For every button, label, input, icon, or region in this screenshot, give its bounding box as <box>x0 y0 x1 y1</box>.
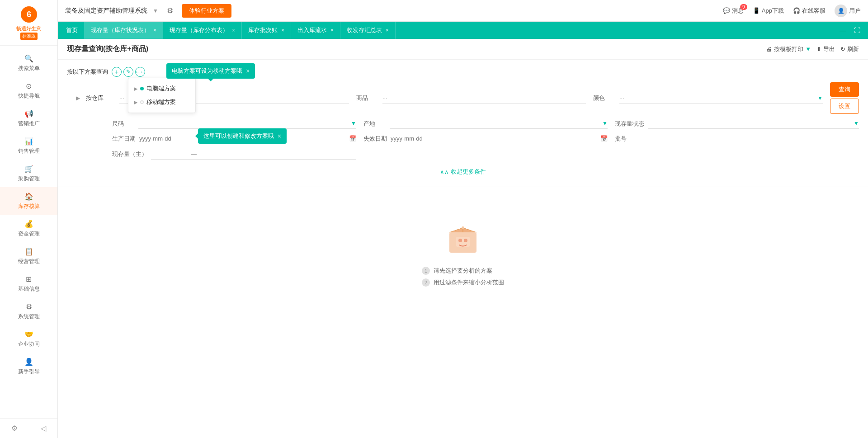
edit-scheme-btn[interactable]: ✎ <box>123 67 133 77</box>
reset-button[interactable]: 设置 <box>830 99 859 114</box>
inventory-icon: 🏠 <box>24 192 33 201</box>
operation-icon: 📋 <box>24 247 33 256</box>
trial-button[interactable]: 体验行业方案 <box>182 4 231 18</box>
tooltip1-close[interactable]: × <box>246 67 250 75</box>
sidebar-item-system[interactable]: ⚙ 系统管理 <box>0 297 57 325</box>
svg-point-7 <box>464 239 467 242</box>
sidebar-item-search[interactable]: 🔍 搜索菜单 <box>0 49 57 77</box>
system-icon: ⚙ <box>24 302 33 311</box>
sidebar-item-guide[interactable]: 👤 新手引导 <box>0 353 57 380</box>
scheme-mobile-label: 移动端方案 <box>146 98 176 106</box>
empty-tip-1: 1 请先选择要分析的方案 <box>422 267 504 275</box>
export-action[interactable]: ⬆ 导出 <box>816 45 835 53</box>
color-dropdown[interactable]: ▼ <box>817 95 823 101</box>
app-download-label: App下载 <box>762 7 784 15</box>
compass-icon: ⊙ <box>24 81 33 90</box>
page-title: 现存量查询(按仓库+商品) <box>67 44 148 54</box>
tab-collect-send-close[interactable]: × <box>386 27 389 33</box>
sidebar-nav: 🔍 搜索菜单 ⊙ 快捷导航 📢 营销推广 📊 销售管理 🛒 采购管理 🏠 库存核… <box>0 46 57 418</box>
add-scheme-btn[interactable]: + <box>112 67 122 77</box>
sidebar-item-operation[interactable]: 📋 经营管理 <box>0 242 57 270</box>
scheme-desktop-expand: ▶ <box>134 86 137 92</box>
collapse-sidebar-btn[interactable]: ◁ <box>41 424 46 433</box>
tab-collect-send[interactable]: 收发存汇总表 × <box>340 22 396 39</box>
online-support-action[interactable]: 🎧 在线客服 <box>793 7 826 15</box>
tab-maximize-btn[interactable]: ⛶ <box>852 25 863 36</box>
user-action[interactable]: 👤 用户 <box>835 5 861 17</box>
tooltip-scheme-mobile: 电脑方案可设为移动方案哦 × <box>166 63 255 79</box>
tip-num-1: 1 <box>422 267 430 275</box>
scheme-desktop-label: 电脑端方案 <box>146 85 176 93</box>
tab-batch-account-close[interactable]: × <box>281 27 284 33</box>
origin-dropdown[interactable]: ▼ <box>602 120 608 127</box>
collapse-bar[interactable]: ∧∧ 收起更多条件 <box>67 164 859 179</box>
sidebar-item-purchase[interactable]: 🛒 采购管理 <box>0 160 57 187</box>
finance-icon: 💰 <box>24 219 33 228</box>
refresh-icon: ↻ <box>840 46 845 52</box>
refresh-action[interactable]: ↻ 刷新 <box>840 45 859 53</box>
scheme-desktop[interactable]: ▶ 电脑端方案 <box>128 82 195 95</box>
filter-grid-row1: ··· 商品 ··· 颜色 <box>119 93 823 104</box>
filter-grid-row4: 现存量（主） — <box>112 149 859 160</box>
prod-date-calendar-icon[interactable]: 📅 <box>349 135 356 142</box>
sidebar-item-finance[interactable]: 💰 资金管理 <box>0 215 57 242</box>
marketing-icon: 📢 <box>24 109 33 118</box>
sidebar-item-basic[interactable]: ⊞ 基础信息 <box>0 270 57 297</box>
main-area: 装备及固定资产辅助管理系统 ▼ ⚙ 体验行业方案 💬 消息 9 📱 App下载 … <box>58 0 868 438</box>
expire-date-input[interactable] <box>391 133 599 144</box>
tab-minimize-btn[interactable]: — <box>837 25 848 36</box>
tab-in-out-flow-close[interactable]: × <box>330 27 334 33</box>
filter-row-4: 现存量（主） — <box>112 149 859 160</box>
tooltip2-close[interactable]: × <box>278 132 281 140</box>
settings-bottom-icon[interactable]: ⚙ <box>11 424 18 433</box>
expire-date-calendar-icon[interactable]: 📅 <box>600 135 608 142</box>
tab-batch-account-label: 库存批次账 <box>248 26 278 34</box>
stock-main-dash: — <box>191 151 197 157</box>
search-btn-group: 查询 设置 <box>830 82 859 114</box>
online-support-label: 在线客服 <box>802 7 826 15</box>
tab-batch-account[interactable]: 库存批次账 × <box>242 22 291 39</box>
goods-more-icon: ··· <box>382 94 387 101</box>
expire-date-wrapper: 📅 <box>391 133 608 144</box>
sidebar-item-quicknav[interactable]: ⊙ 快捷导航 <box>0 77 57 104</box>
scheme-mobile[interactable]: ▶ 移动端方案 <box>128 95 195 109</box>
tab-inventory-status[interactable]: 现存量（库存状况表） × <box>85 22 163 39</box>
color-more-icon: ··· <box>619 94 624 101</box>
sidebar-item-sales[interactable]: 📊 销售管理 <box>0 132 57 160</box>
message-action[interactable]: 💬 消息 9 <box>723 7 744 15</box>
print-dropdown[interactable]: ▼ <box>805 46 811 52</box>
print-action[interactable]: 🖨 按模板打印 ▼ <box>766 45 811 53</box>
stock-main-to[interactable] <box>200 151 356 157</box>
tab-home[interactable]: 首页 <box>60 22 85 39</box>
color-label: 颜色 <box>593 94 616 102</box>
filter-buttons: + ✎ ←← <box>112 67 145 77</box>
sidebar-bottom: ⚙ ◁ <box>0 418 57 438</box>
page-actions: 🖨 按模板打印 ▼ ⬆ 导出 ↻ 刷新 <box>766 45 859 53</box>
app-download-action[interactable]: 📱 App下载 <box>753 7 784 15</box>
batch-input[interactable] <box>641 133 859 144</box>
tabs-actions: — ⛶ <box>837 25 866 36</box>
tab-home-label: 首页 <box>66 26 78 34</box>
stock-status-dropdown[interactable]: ▼ <box>854 120 859 127</box>
stock-main-from[interactable] <box>151 151 187 157</box>
search-button[interactable]: 查询 <box>830 82 859 97</box>
content-area: 现存量查询(按仓库+商品) 🖨 按模板打印 ▼ ⬆ 导出 ↻ 刷新 <box>58 39 868 438</box>
empty-state: 1 请先选择要分析的方案 2 用过滤条件来缩小分析范围 <box>58 187 868 314</box>
tab-inventory-dist[interactable]: 现存量（库存分布表） × <box>163 22 242 39</box>
sidebar-item-marketing[interactable]: 📢 营销推广 <box>0 104 57 132</box>
tab-inventory-dist-close[interactable]: × <box>232 27 235 33</box>
tab-in-out-flow[interactable]: 出入库流水 × <box>291 22 340 39</box>
search-icon: 🔍 <box>24 54 33 63</box>
tabs-bar: 首页 现存量（库存状况表） × 现存量（库存分布表） × 库存批次账 × 出入库… <box>58 22 868 39</box>
empty-tips: 1 请先选择要分析的方案 2 用过滤条件来缩小分析范围 <box>422 267 504 287</box>
back-scheme-btn[interactable]: ←← <box>135 67 145 77</box>
size-dropdown[interactable]: ▼ <box>351 120 356 127</box>
stock-main-field: 现存量（主） — <box>112 149 356 160</box>
tab-inventory-status-close[interactable]: × <box>153 27 156 33</box>
goods-label: 商品 <box>356 94 379 102</box>
page-container: 现存量查询(按仓库+商品) 🖨 按模板打印 ▼ ⬆ 导出 ↻ 刷新 <box>58 39 868 438</box>
sidebar-item-cooperation[interactable]: 🤝 企业协同 <box>0 325 57 353</box>
sidebar-item-inventory[interactable]: 🏠 库存核算 <box>0 187 57 215</box>
settings-icon[interactable]: ⚙ <box>164 5 176 17</box>
app-logo: 6 <box>20 5 38 24</box>
